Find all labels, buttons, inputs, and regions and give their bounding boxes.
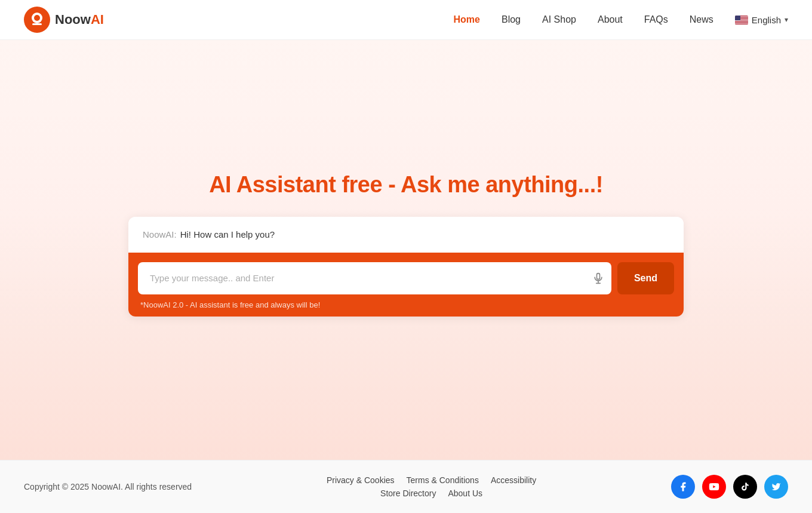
footer-terms-link[interactable]: Terms & Conditions	[407, 475, 479, 485]
tiktok-icon[interactable]	[733, 475, 757, 499]
chat-container: NoowAI: Hi! How can I help you?	[128, 217, 684, 317]
nav-home[interactable]: Home	[454, 14, 480, 25]
svg-rect-3	[32, 23, 42, 25]
footer-links-row-1: Privacy & Cookies Terms & Conditions Acc…	[327, 475, 536, 485]
svg-point-2	[34, 15, 40, 21]
svg-rect-12	[735, 21, 748, 21]
footer-accessibility-link[interactable]: Accessibility	[491, 475, 536, 485]
language-label: English	[752, 15, 781, 25]
youtube-icon[interactable]	[702, 475, 726, 499]
twitter-icon[interactable]	[764, 475, 788, 499]
svg-rect-16	[735, 23, 748, 24]
footer-store-directory-link[interactable]: Store Directory	[380, 489, 436, 498]
noowai-label: NoowAI:	[143, 229, 177, 239]
chat-greeting: Hi! How can I help you?	[180, 229, 275, 239]
nav-ai-shop[interactable]: AI Shop	[542, 14, 576, 25]
logo-text: NoowAI	[55, 12, 104, 27]
svg-rect-13	[735, 21, 748, 22]
copyright-text: Copyright © 2025 NoowAI. All rights rese…	[24, 482, 192, 492]
chat-message-area: NoowAI: Hi! How can I help you?	[128, 217, 684, 253]
svg-rect-14	[735, 22, 748, 23]
logo-icon	[24, 7, 50, 33]
nav-news[interactable]: News	[690, 14, 713, 25]
footer-about-us-link[interactable]: About Us	[448, 489, 482, 498]
chevron-down-icon: ▾	[785, 16, 788, 24]
mic-button[interactable]	[592, 272, 604, 284]
footer-links: Privacy & Cookies Terms & Conditions Acc…	[327, 475, 536, 498]
input-wrapper	[138, 262, 611, 294]
hero-title: AI Assistant free - Ask me anything...!	[209, 172, 603, 198]
facebook-icon[interactable]	[671, 475, 695, 499]
svg-rect-15	[735, 23, 748, 23]
main-nav: Home Blog AI Shop About FAQs News	[454, 14, 788, 25]
send-button[interactable]: Send	[617, 262, 674, 294]
language-selector[interactable]: English ▾	[735, 15, 788, 25]
social-icons	[671, 475, 788, 499]
message-input[interactable]	[138, 262, 611, 294]
mic-icon	[592, 272, 604, 284]
flag-icon	[735, 16, 748, 24]
footer-links-row-2: Store Directory About Us	[380, 489, 482, 498]
nav-blog[interactable]: Blog	[502, 14, 521, 25]
footer-privacy-link[interactable]: Privacy & Cookies	[327, 475, 395, 485]
svg-rect-11	[735, 20, 748, 21]
chat-input-area: Send *NoowAI 2.0 - AI assistant is free …	[128, 253, 684, 317]
input-row: Send	[138, 262, 674, 294]
nav-about[interactable]: About	[598, 14, 623, 25]
logo-link[interactable]: NoowAI	[24, 7, 104, 33]
disclaimer-text: *NoowAI 2.0 - AI assistant is free and a…	[138, 300, 674, 312]
main-content: AI Assistant free - Ask me anything...! …	[0, 40, 812, 460]
site-footer: Copyright © 2025 NoowAI. All rights rese…	[0, 460, 812, 513]
svg-rect-18	[596, 273, 599, 279]
site-header: NoowAI Home Blog AI Shop About FAQs News	[0, 0, 812, 40]
nav-faqs[interactable]: FAQs	[644, 14, 668, 25]
svg-rect-17	[735, 16, 740, 20]
